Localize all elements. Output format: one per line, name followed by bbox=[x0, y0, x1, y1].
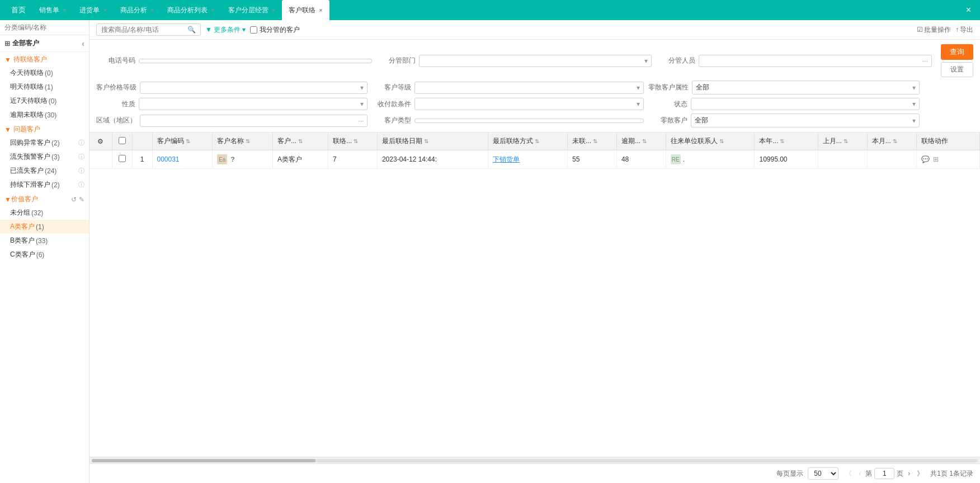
th-this-month[interactable]: 本月... ⇅ bbox=[867, 132, 916, 150]
info-icon-3: ⓘ bbox=[78, 167, 84, 175]
more-filter-button[interactable]: ▼ 更多条件 ▾ bbox=[205, 25, 246, 35]
filter-price-level: 客户价格等级 ▾ bbox=[96, 82, 368, 94]
pagination-controls: 《 ‹ 第 页 › 》 bbox=[843, 468, 926, 480]
filter-customer-type-input[interactable] bbox=[414, 119, 643, 123]
th-last-month[interactable]: 上月... ⇅ bbox=[818, 132, 867, 150]
th-contact[interactable]: 联络... ⇅ bbox=[328, 132, 378, 150]
td-code[interactable]: 000031 bbox=[152, 150, 213, 169]
last-page-button[interactable]: 》 bbox=[915, 468, 926, 480]
th-last-method[interactable]: 最后联络方式 ⇅ bbox=[488, 132, 568, 150]
grid-action-icon[interactable]: ⊞ bbox=[933, 155, 939, 163]
next-page-button[interactable]: › bbox=[906, 468, 912, 479]
chat-action-icon[interactable]: 💬 bbox=[921, 155, 930, 163]
sidebar-item-class-b[interactable]: B类客户 (33) bbox=[0, 234, 89, 248]
nav-tab-product-analysis[interactable]: 商品分析 × bbox=[114, 0, 161, 20]
sidebar-item-lost-warning[interactable]: 流失预警客户 (3) ⓘ bbox=[0, 150, 89, 164]
chevron-down-icon-retail: ▾ bbox=[912, 84, 916, 92]
close-customer-segment-tab[interactable]: × bbox=[272, 7, 275, 13]
export-button[interactable]: ↑ 导出 bbox=[955, 25, 973, 35]
sidebar-item-7days[interactable]: 近7天待联络 (0) bbox=[0, 94, 89, 108]
page-size-select[interactable]: 50 100 200 bbox=[808, 467, 838, 480]
sidebar-item-repurchase-abnormal[interactable]: 回购异常客户 (2) ⓘ bbox=[0, 136, 89, 150]
filter-retail-attr-select[interactable]: 全部 ▾ bbox=[692, 80, 920, 94]
td-last-method[interactable]: 下销货单 bbox=[488, 150, 568, 169]
nav-home[interactable]: 首页 bbox=[4, 5, 32, 15]
filter-customer-level-select[interactable]: ▾ bbox=[414, 82, 643, 94]
chevron-down-icon-retail-cust: ▾ bbox=[912, 117, 916, 125]
th-last-date[interactable]: 最后联络日期 ⇅ bbox=[377, 132, 488, 150]
th-company-contact[interactable]: 往来单位联系人 ⇅ bbox=[666, 132, 755, 150]
collapse-icon[interactable]: ‹ bbox=[82, 39, 84, 48]
nav-tab-purchase[interactable]: 进货单 × bbox=[73, 0, 113, 20]
select-all-checkbox[interactable] bbox=[119, 137, 126, 144]
sidebar-item-tomorrow[interactable]: 明天待联络 (1) bbox=[0, 80, 89, 94]
sidebar-item-class-c[interactable]: C类客户 (6) bbox=[0, 248, 89, 262]
th-no-contact[interactable]: 未联... ⇅ bbox=[568, 132, 617, 150]
th-action: 联络动作 bbox=[916, 132, 979, 150]
sidebar-item-today[interactable]: 今天待联络 (0) bbox=[0, 66, 89, 80]
horizontal-scrollbar[interactable] bbox=[89, 457, 980, 463]
close-product-analysis-tab[interactable]: × bbox=[150, 7, 154, 13]
nav-tab-product-list[interactable]: 商品分析列表 × bbox=[161, 0, 221, 20]
close-all-button[interactable]: × bbox=[962, 5, 976, 15]
th-name[interactable]: 客户名称 ⇅ bbox=[213, 132, 273, 150]
filter-payment-select[interactable]: ▾ bbox=[414, 98, 643, 110]
sidebar-item-unclassified[interactable]: 未分组 (32) bbox=[0, 206, 89, 220]
sidebar-group-value[interactable]: ▼ 价值客户 ↺ ✎ bbox=[0, 192, 89, 206]
close-purchase-tab[interactable]: × bbox=[103, 7, 106, 13]
close-sales-tab[interactable]: × bbox=[63, 7, 66, 13]
th-this-year[interactable]: 本年... ⇅ bbox=[755, 132, 818, 150]
th-type[interactable]: 客户... ⇅ bbox=[272, 132, 328, 150]
batch-op-button[interactable]: ☑ 批量操作 bbox=[917, 25, 951, 35]
prev-page-button[interactable]: ‹ bbox=[856, 468, 863, 479]
chevron-down-icon-payment: ▾ bbox=[637, 100, 640, 108]
edit-icon[interactable]: ✎ bbox=[79, 196, 84, 203]
scrollbar-thumb[interactable] bbox=[92, 459, 315, 462]
th-code[interactable]: 客户编码 ⇅ bbox=[152, 132, 213, 150]
th-checkbox[interactable] bbox=[112, 132, 132, 150]
th-settings[interactable]: ⚙ bbox=[89, 132, 112, 150]
filter-nature-select[interactable]: ▾ bbox=[139, 98, 368, 110]
filter-dept-select[interactable]: ▾ bbox=[419, 55, 652, 67]
sort-icon-last-month: ⇅ bbox=[844, 138, 848, 144]
refresh-icon[interactable]: ↺ bbox=[71, 196, 77, 203]
query-button[interactable]: 查询 bbox=[941, 44, 973, 60]
chevron-down-icon-status: ▾ bbox=[912, 100, 916, 108]
sidebar-group-problem[interactable]: ▼ 问题客户 bbox=[0, 122, 89, 136]
close-customer-contact-tab[interactable]: × bbox=[319, 7, 322, 13]
sidebar-item-class-a[interactable]: A类客户 (1) bbox=[0, 220, 89, 234]
sidebar-item-declining[interactable]: 持续下滑客户 (2) ⓘ bbox=[0, 178, 89, 192]
batch-icon: ☑ bbox=[917, 26, 923, 34]
close-product-list-tab[interactable]: × bbox=[211, 7, 214, 13]
filter-region-select[interactable]: ··· bbox=[140, 115, 368, 127]
sort-icon-code: ⇅ bbox=[186, 138, 190, 144]
sidebar-search-input[interactable] bbox=[4, 23, 88, 31]
row-checkbox[interactable] bbox=[119, 155, 126, 162]
nav-tab-customer-segment[interactable]: 客户分层经营 × bbox=[222, 0, 282, 20]
sidebar-group-pending[interactable]: ▼ 待联络客户 bbox=[0, 52, 89, 66]
th-overdue[interactable]: 逾期... ⇅ bbox=[616, 132, 666, 150]
sidebar-item-overdue[interactable]: 逾期未联络 (30) bbox=[0, 108, 89, 122]
scrollbar-track[interactable] bbox=[92, 459, 978, 462]
my-customer-checkbox[interactable] bbox=[250, 26, 257, 34]
filter-person-select[interactable]: ··· bbox=[699, 55, 932, 67]
filter-phone-input[interactable] bbox=[139, 59, 372, 63]
nav-tab-customer-contact[interactable]: 客户联络 × bbox=[282, 0, 329, 20]
td-checkbox[interactable] bbox=[112, 150, 132, 169]
sort-icon-this-month: ⇅ bbox=[893, 138, 897, 144]
sort-icon-overdue: ⇅ bbox=[642, 138, 647, 144]
filter-retail-customer-select[interactable]: 全部 ▾ bbox=[691, 113, 920, 127]
page-number-input[interactable] bbox=[874, 468, 894, 479]
chevron-down-icon-level: ▾ bbox=[637, 84, 640, 92]
my-customer-filter[interactable]: 我分管的客户 bbox=[250, 25, 300, 35]
sidebar-item-lost[interactable]: 已流失客户 (24) ⓘ bbox=[0, 164, 89, 178]
filter-status-select[interactable]: ▾ bbox=[691, 98, 920, 110]
settings-button[interactable]: 设置 bbox=[941, 62, 973, 77]
nav-tab-sales[interactable]: 销售单 × bbox=[32, 0, 73, 20]
filter-search-icon[interactable]: 🔍 bbox=[187, 26, 196, 34]
first-page-button[interactable]: 《 bbox=[843, 468, 854, 480]
filter-price-level-select[interactable]: ▾ bbox=[140, 82, 368, 94]
settings-icon[interactable]: ⚙ bbox=[97, 138, 103, 145]
sidebar-all-customers[interactable]: ⊞ 全部客户 ‹ bbox=[0, 35, 89, 52]
filter-search-input[interactable] bbox=[101, 26, 185, 34]
